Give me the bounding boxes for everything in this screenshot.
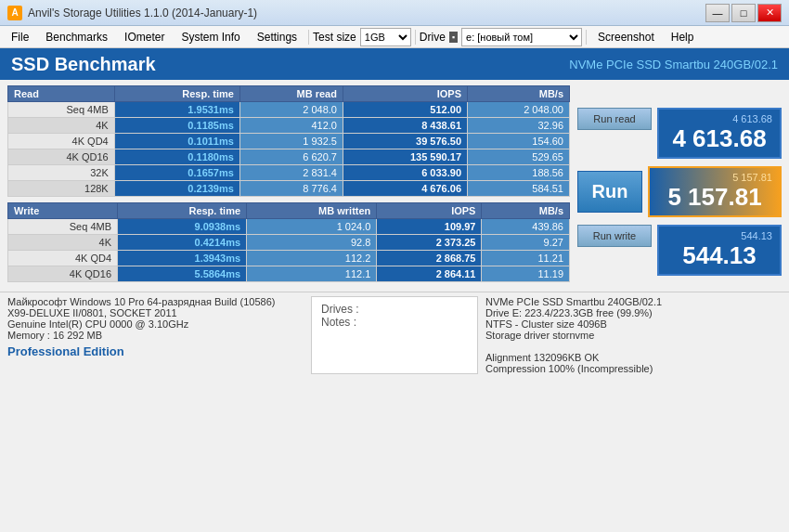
read-row-label: Seq 4MB	[8, 102, 115, 118]
read-table-row: Seq 4MB 1.9531ms 2 048.0 512.00 2 048.00	[8, 102, 570, 118]
write-table-row: 4K QD4 1.3943ms 112.2 2 868.75 11.21	[8, 251, 570, 266]
write-row-mb: 92.8	[247, 235, 377, 251]
write-row-mb: 1 024.0	[247, 219, 377, 235]
menu-benchmarks[interactable]: Benchmarks	[38, 29, 115, 45]
read-row-label: 4K	[8, 118, 115, 134]
test-size-select[interactable]: 1GB 2GB 4GB	[360, 28, 411, 46]
header-title: SSD Benchmark	[11, 54, 569, 75]
write-row-iops: 2 373.25	[377, 235, 482, 251]
read-header-mb: MB read	[239, 86, 343, 102]
read-row-resp: 0.1657ms	[114, 165, 239, 181]
menu-sysinfo[interactable]: System Info	[174, 29, 247, 45]
read-score-area: Run read 4 613.68 4 613.68	[577, 108, 782, 159]
read-table-row: 32K 0.1657ms 2 831.4 6 033.90 188.56	[8, 165, 570, 181]
run-write-button[interactable]: Run write	[577, 225, 652, 247]
read-row-mb: 1 932.5	[239, 134, 343, 149]
read-row-mbs: 584.51	[468, 181, 570, 197]
read-row-iops: 6 033.90	[343, 165, 467, 181]
read-row-resp: 0.1180ms	[114, 149, 239, 165]
read-header-label: Read	[8, 86, 115, 102]
read-row-mbs: 32.96	[468, 118, 570, 134]
close-button[interactable]: ✕	[757, 4, 782, 22]
run-button[interactable]: Run	[577, 171, 642, 213]
read-row-iops: 39 576.50	[343, 134, 467, 149]
drives-label: Drives :	[321, 303, 468, 316]
write-row-mbs: 439.86	[482, 219, 570, 235]
read-row-label: 4K QD4	[8, 134, 115, 149]
read-table-row: 128K 0.2139ms 8 776.4 4 676.06 584.51	[8, 181, 570, 197]
nvme-line4: Storage driver stornvme	[485, 330, 782, 341]
menubar: File Benchmarks IOmeter System Info Sett…	[0, 26, 789, 48]
read-row-mbs: 154.60	[468, 134, 570, 149]
sys-line3: Genuine Intel(R) CPU 0000 @ 3.10GHz	[7, 318, 304, 330]
maximize-button[interactable]: □	[731, 4, 756, 22]
read-row-iops: 8 438.61	[343, 118, 467, 134]
write-header-label: Write	[8, 203, 118, 219]
header: SSD Benchmark NVMe PCIe SSD Smartbu 240G…	[0, 48, 789, 80]
write-row-label: 4K	[8, 235, 118, 251]
read-row-resp: 0.1011ms	[114, 134, 239, 149]
menu-separator	[308, 30, 309, 45]
read-row-iops: 4 676.06	[343, 181, 467, 197]
write-row-resp: 1.3943ms	[118, 251, 247, 266]
notes-label: Notes :	[321, 316, 468, 329]
read-row-label: 128K	[8, 181, 115, 197]
right-panel: Run read 4 613.68 4 613.68 Run 5 157.81 …	[577, 85, 782, 286]
write-header-iops: IOPS	[377, 203, 482, 219]
read-score-box: 4 613.68 4 613.68	[657, 108, 782, 159]
write-row-resp: 9.0938ms	[118, 219, 247, 235]
write-table-row: 4K QD16 5.5864ms 112.1 2 864.11 11.19	[8, 266, 570, 282]
all-score-main: 5 157.81	[657, 183, 772, 212]
menu-iometer[interactable]: IOmeter	[117, 29, 172, 45]
read-header-resp: Resp. time	[114, 86, 239, 102]
tables-section: Read Resp. time MB read IOPS MB/s Seq 4M…	[7, 85, 570, 286]
read-table: Read Resp. time MB read IOPS MB/s Seq 4M…	[7, 85, 570, 197]
all-score-box: 5 157.81 5 157.81	[648, 166, 782, 217]
run-area: Run 5 157.81 5 157.81	[577, 166, 782, 217]
drive-select[interactable]: e: [новый том]	[461, 28, 582, 46]
menu-screenshot[interactable]: Screenshot	[590, 29, 662, 45]
footer-nvme: NVMe PCIe SSD Smartbu 240GB/02.1 Drive E…	[485, 296, 782, 374]
nvme-line5	[485, 341, 782, 352]
menu-settings[interactable]: Settings	[250, 29, 304, 45]
menu-help[interactable]: Help	[664, 29, 702, 45]
write-row-resp: 0.4214ms	[118, 235, 247, 251]
nvme-line2: Drive E: 223.4/223.3GB free (99.9%)	[485, 307, 782, 318]
write-row-mbs: 11.21	[482, 251, 570, 266]
write-score-main: 544.13	[666, 241, 772, 270]
read-table-row: 4K 0.1185ms 412.0 8 438.61 32.96	[8, 118, 570, 134]
read-row-resp: 0.2139ms	[114, 181, 239, 197]
write-score-box: 544.13 544.13	[657, 225, 782, 276]
read-row-resp: 1.9531ms	[114, 102, 239, 118]
menu-separator2	[415, 30, 416, 45]
read-header-mbs: MB/s	[468, 86, 570, 102]
run-read-button[interactable]: Run read	[577, 108, 652, 130]
read-row-label: 32K	[8, 165, 115, 181]
nvme-line1: NVMe PCIe SSD Smartbu 240GB/02.1	[485, 296, 782, 307]
sys-line4: Memory : 16 292 MB	[7, 330, 304, 341]
minimize-button[interactable]: —	[705, 4, 730, 22]
drive-icon: ▪	[449, 32, 458, 43]
drive-group: Drive ▪ e: [новый том]	[420, 28, 582, 46]
menu-file[interactable]: File	[4, 29, 36, 45]
read-row-iops: 512.00	[343, 102, 467, 118]
header-device: NVMe PCIe SSD Smartbu 240GB/02.1	[569, 58, 778, 71]
write-row-iops: 2 868.75	[377, 251, 482, 266]
read-table-row: 4K QD16 0.1180ms 6 620.7 135 590.17 529.…	[8, 149, 570, 165]
footer: Майкрософт Windows 10 Pro 64-разрядная B…	[0, 292, 789, 378]
nvme-line7: Compression 100% (Incompressible)	[485, 363, 782, 374]
write-row-label: 4K QD16	[8, 266, 118, 282]
write-header-resp: Resp. time	[118, 203, 247, 219]
write-row-iops: 109.97	[377, 219, 482, 235]
footer-notes: Drives : Notes :	[311, 296, 478, 374]
write-header-mbs: MB/s	[482, 203, 570, 219]
write-score-sub: 544.13	[666, 230, 772, 241]
read-row-mbs: 188.56	[468, 165, 570, 181]
test-size-group: Test size 1GB 2GB 4GB	[313, 28, 411, 46]
test-size-label: Test size	[313, 31, 356, 44]
write-table-row: 4K 0.4214ms 92.8 2 373.25 9.27	[8, 235, 570, 251]
read-row-iops: 135 590.17	[343, 149, 467, 165]
read-row-mb: 2 831.4	[239, 165, 343, 181]
drive-label: Drive	[420, 31, 446, 44]
write-row-resp: 5.5864ms	[118, 266, 247, 282]
